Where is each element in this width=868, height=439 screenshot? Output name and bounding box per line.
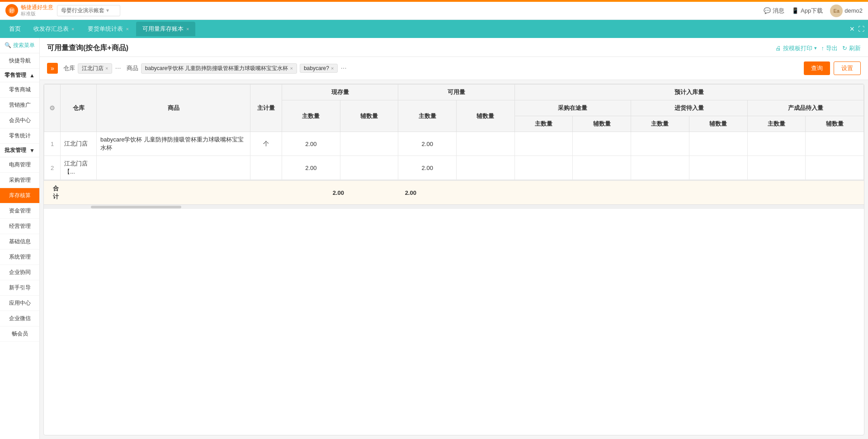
nav-tabs-right: × ⛶	[849, 24, 864, 34]
sidebar-item-basic-info[interactable]: 基础信息	[0, 234, 39, 250]
top-bar-right: 💬 消息 📱 App下载 Ea demo2	[764, 5, 863, 17]
sidebar-item-operations[interactable]: 经营管理	[0, 219, 39, 234]
footer-stock-total: 2.00	[320, 189, 356, 196]
tab-order-stats-close[interactable]: ×	[126, 26, 128, 32]
footer-total-label: 合计	[51, 184, 64, 201]
expand-window-btn[interactable]: ⛶	[858, 25, 864, 33]
warehouse-filter-label: 仓库	[63, 64, 75, 72]
chevron-icon: ▲	[29, 72, 35, 79]
scroll-thumb[interactable]	[91, 206, 181, 208]
sidebar-item-retail-stats[interactable]: 零售统计	[0, 128, 39, 144]
row-stock-aux	[340, 156, 398, 180]
sidebar-item-vip-member[interactable]: 畅会员	[0, 326, 39, 342]
page-header: 可用量查询(按仓库+商品) 🖨 按模板打印 ▾ ↑ 导出 ↻ 刷新	[40, 38, 868, 57]
tab-receive-summary-close[interactable]: ×	[71, 26, 74, 32]
col-purchase-transit-header: 采购在途量	[514, 100, 631, 116]
row-purchase-aux	[573, 132, 631, 156]
col-settings-header[interactable]: ⚙	[44, 85, 61, 132]
row-goods-main	[631, 132, 689, 156]
col-unit-header: 主计量	[250, 85, 282, 132]
page-title: 可用量查询(按仓库+商品)	[47, 43, 128, 53]
close-window-btn[interactable]: ×	[849, 24, 854, 34]
sidebar-item-enterprise-collab[interactable]: 企业协同	[0, 265, 39, 280]
edition-label: 标准版	[21, 10, 53, 17]
col-stock-aux-header: 辅数量	[340, 100, 398, 132]
col-product-pending-header: 产成品待入量	[747, 100, 864, 116]
row-purchase-main	[514, 156, 573, 180]
row-purchase-main	[514, 132, 573, 156]
tab-available-stock-close[interactable]: ×	[186, 26, 189, 32]
row-product-aux	[806, 132, 864, 156]
settings-btn[interactable]: 设置	[834, 61, 861, 75]
chevron-down-icon: ▾	[814, 45, 817, 51]
industry-selector[interactable]: 母婴行业演示账套 ▾	[57, 5, 120, 16]
home-tab-label: 首页	[9, 25, 21, 33]
sidebar-item-retail-mall[interactable]: 零售商城	[0, 82, 39, 98]
warehouse-clear-btn[interactable]: ×	[105, 66, 108, 71]
sidebar-quick-nav[interactable]: 快捷导航	[0, 53, 39, 69]
sidebar-item-system-mgmt[interactable]: 系统管理	[0, 250, 39, 265]
logo-area: 好 畅捷通好生意 标准版	[5, 4, 53, 17]
svg-text:好: 好	[9, 8, 14, 13]
tab-available-stock-label: 可用量库存账本	[142, 25, 184, 33]
user-btn[interactable]: Ea demo2	[830, 5, 863, 17]
export-btn[interactable]: ↑ 导出	[821, 44, 838, 52]
filter-expand-btn[interactable]: »	[47, 63, 58, 74]
tab-receive-summary[interactable]: 收发存汇总表 ×	[27, 22, 80, 36]
row-product	[97, 156, 250, 180]
sidebar-item-finance[interactable]: 资金管理	[0, 203, 39, 219]
row-stock-aux	[340, 132, 398, 156]
refresh-btn[interactable]: ↻ 刷新	[842, 44, 861, 52]
sidebar-item-wholesale-mgmt[interactable]: 批发管理 ▼	[0, 144, 39, 157]
industry-label: 母婴行业演示账套	[61, 7, 104, 14]
quick-nav-label: 快捷导航	[9, 57, 31, 64]
tab-order-stats[interactable]: 要货单统计表 ×	[81, 22, 135, 36]
sidebar-item-ecommerce[interactable]: 电商管理	[0, 157, 39, 173]
warehouse-filter-tag: 江北门店 ×	[78, 63, 112, 74]
sidebar: 🔍 搜索菜单 快捷导航 零售管理 ▲ 零售商城 营销推广 会员中心 零售统计 批…	[0, 38, 40, 439]
print-icon: 🖨	[775, 45, 781, 52]
col-avail-main-header: 主数量	[398, 100, 457, 132]
sidebar-item-app-center[interactable]: 应用中心	[0, 296, 39, 311]
retail-mgmt-label: 零售管理	[5, 71, 26, 79]
col-current-stock-header: 现存量	[282, 85, 398, 100]
message-icon: 💬	[764, 7, 771, 14]
query-btn[interactable]: 查询	[804, 61, 830, 75]
sidebar-item-purchase-mgmt[interactable]: 采购管理	[0, 173, 39, 188]
product-more-btn[interactable]: ···	[340, 64, 346, 72]
col-productpending-aux-header: 辅数量	[806, 116, 864, 132]
nav-tabs: 首页 收发存汇总表 × 要货单统计表 × 可用量库存账本 × × ⛶	[0, 20, 868, 38]
tab-home[interactable]: 首页	[4, 22, 26, 36]
page-header-actions: 🖨 按模板打印 ▾ ↑ 导出 ↻ 刷新	[775, 44, 861, 52]
product-tag1-clear-btn[interactable]: ×	[290, 66, 292, 71]
sidebar-search[interactable]: 🔍 搜索菜单	[0, 38, 39, 53]
col-purchase-main-header: 主数量	[514, 116, 573, 132]
print-btn[interactable]: 🖨 按模板打印 ▾	[775, 44, 817, 52]
row-goods-main	[631, 156, 689, 180]
tab-available-stock[interactable]: 可用量库存账本 ×	[136, 22, 195, 36]
product-tag2-clear-btn[interactable]: ×	[331, 66, 334, 71]
export-icon: ↑	[821, 45, 825, 52]
sidebar-item-new-guide[interactable]: 新手引导	[0, 280, 39, 296]
message-btn[interactable]: 💬 消息	[764, 7, 784, 15]
sidebar-item-member[interactable]: 会员中心	[0, 113, 39, 128]
warehouse-more-btn[interactable]: ···	[115, 64, 121, 72]
product-filter-label: 商品	[127, 64, 138, 72]
avatar: Ea	[830, 5, 843, 17]
sidebar-item-marketing[interactable]: 营销推广	[0, 98, 39, 113]
filter-bar: » 仓库 江北门店 × ··· 商品 babycare学饮杯 儿童防摔防撞吸管杯…	[40, 57, 868, 80]
sidebar-item-retail-mgmt[interactable]: 零售管理 ▲	[0, 69, 39, 82]
col-product-header: 商品	[97, 85, 250, 132]
warehouse-value: 江北门店	[82, 65, 104, 72]
warehouse-filter-group: 仓库 江北门店 × ···	[63, 63, 121, 74]
sidebar-item-enterprise-wechat[interactable]: 企业微信	[0, 311, 39, 326]
row-unit: 个	[250, 132, 282, 156]
col-settings-icon[interactable]: ⚙	[49, 104, 55, 112]
brand-name: 畅捷通好生意	[21, 4, 53, 10]
app-download-btn[interactable]: 📱 App下载	[792, 7, 823, 15]
username-label: demo2	[844, 7, 863, 14]
scroll-bar[interactable]	[44, 204, 864, 209]
row-index: 1	[44, 132, 61, 156]
sidebar-item-inventory-check[interactable]: 库存核算	[0, 188, 39, 203]
search-label: 搜索菜单	[13, 42, 35, 48]
